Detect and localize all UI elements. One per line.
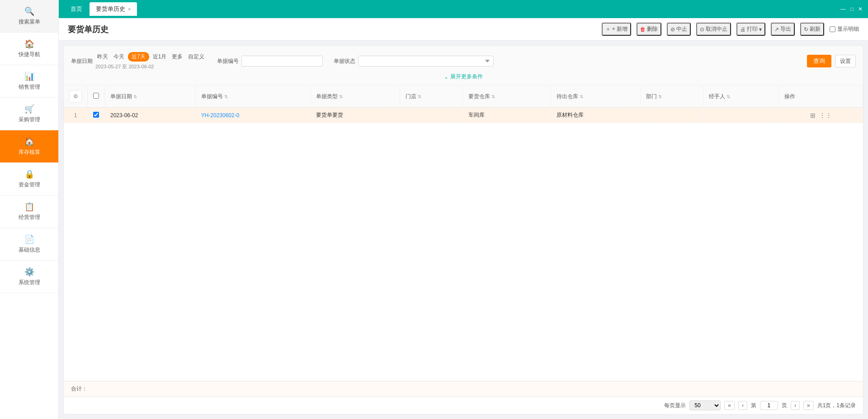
header-row: ⚙ 单据日期⇅ 单据编号⇅ 单据类型⇅ 门店⇅ 要货仓库⇅ 待出仓库⇅ 部门⇅ …	[64, 86, 863, 108]
new-icon: ＋	[605, 25, 611, 33]
sidebar-item-finance[interactable]: 🔒资金管理	[0, 163, 58, 195]
header-actions: ＋ + 新增 🗑 删除 ⊘ 中止 ⊙ 取消中止 🖨 打印 ▾ ↗	[602, 23, 859, 36]
cancel-stop-button[interactable]: ⊙ 取消中止	[696, 23, 731, 36]
inventory-icon: 🏠	[24, 137, 34, 147]
row-store-0	[400, 108, 462, 123]
sidebar-label-sales: 销售管理	[19, 83, 40, 91]
row-date-0: 2023-06-02	[105, 108, 196, 123]
page-number-input[interactable]	[760, 401, 778, 410]
status-filter: 单据状态	[334, 56, 796, 67]
sidebar-item-inventory[interactable]: 🏠库存核算	[0, 130, 58, 163]
sidebar-item-system[interactable]: ⚙️系统管理	[0, 261, 58, 293]
date-shortcut-2[interactable]: 近7天	[128, 52, 149, 62]
date-shortcut-4[interactable]: 更多	[170, 52, 184, 62]
print-button[interactable]: 🖨 打印 ▾	[736, 23, 765, 36]
sort-req-icon: ⇅	[491, 94, 495, 99]
row-number-link-0[interactable]: YH-20230602-0	[201, 112, 240, 119]
row-checkbox-0[interactable]	[93, 112, 99, 118]
per-page-label: 每页显示	[664, 402, 686, 409]
col-date: 单据日期⇅	[105, 86, 196, 108]
operation-icon: 📋	[24, 202, 34, 212]
sidebar-item-operation[interactable]: 📋经营管理	[0, 195, 58, 228]
minimize-button[interactable]: —	[840, 6, 846, 12]
page-header: 要货单历史 ＋ + 新增 🗑 删除 ⊘ 中止 ⊙ 取消中止 🖨 打印 ▾	[59, 18, 868, 41]
sidebar-item-basic[interactable]: 📄基础信息	[0, 228, 58, 261]
col-department: 部门⇅	[640, 86, 703, 108]
show-detail-checkbox-label[interactable]: 显示明细	[830, 25, 859, 33]
select-all-checkbox[interactable]	[93, 93, 99, 99]
col-checkbox	[88, 86, 105, 108]
delete-button[interactable]: 🗑 删除	[637, 23, 661, 36]
finance-icon: 🔒	[24, 169, 34, 179]
col-number: 单据编号⇅	[195, 86, 311, 108]
sort-store-icon: ⇅	[418, 94, 421, 99]
page-title: 要货单历史	[68, 24, 108, 35]
page-suffix: 页	[782, 402, 787, 409]
cancel-stop-icon: ⊙	[700, 26, 704, 33]
sidebar-item-shortcut[interactable]: 🏠快捷导航	[0, 33, 58, 65]
sidebar: 🔍搜索菜单🏠快捷导航📊销售管理🛒采购管理🏠库存核算🔒资金管理📋经营管理📄基础信息…	[0, 0, 59, 419]
sidebar-label-inventory: 库存核算	[19, 148, 40, 156]
sort-number-icon: ⇅	[224, 94, 228, 99]
date-shortcut-1[interactable]: 今天	[112, 52, 126, 62]
column-settings-button[interactable]: ⚙	[69, 90, 82, 103]
export-button[interactable]: ↗ 导出	[771, 23, 795, 36]
date-shortcut-3[interactable]: 近1月	[151, 52, 169, 62]
row-more-icon-0[interactable]: ⋮⋮	[819, 112, 832, 119]
col-req-warehouse: 要货仓库⇅	[463, 86, 551, 108]
status-select[interactable]	[358, 56, 494, 67]
refresh-button[interactable]: ↻ 刷新	[800, 23, 824, 36]
sort-dept-icon: ⇅	[658, 94, 662, 99]
prev-page-button[interactable]: ‹	[738, 401, 747, 410]
row-req-warehouse-0: 车间库	[463, 108, 551, 123]
sales-icon: 📊	[24, 71, 34, 81]
topbar-tab-home[interactable]: 首页	[64, 2, 89, 16]
filter-action-buttons: 查询 设置	[807, 55, 856, 67]
close-tab-history-icon[interactable]: ×	[128, 6, 131, 12]
sidebar-item-search[interactable]: 🔍搜索菜单	[0, 0, 58, 33]
sidebar-label-finance: 资金管理	[19, 181, 40, 189]
topbar-tab-history[interactable]: 要货单历史×	[90, 2, 137, 16]
total-info: 共1页，1条记录	[817, 402, 856, 409]
per-page-select[interactable]: 50 10 20 100	[689, 400, 721, 410]
content-area: 单据日期 昨天今天近7天近1月更多自定义2023-05-27 至 2023-06…	[63, 45, 863, 414]
date-shortcut-5[interactable]: 自定义	[186, 52, 206, 62]
new-button[interactable]: ＋ + 新增	[602, 23, 631, 36]
sidebar-item-purchase[interactable]: 🛒采购管理	[0, 98, 58, 130]
row-view-icon-0[interactable]: ⊞	[810, 112, 816, 119]
settings-button[interactable]: 设置	[835, 55, 856, 67]
date-shortcuts: 昨天今天近7天近1月更多自定义2023-05-27 至 2023-06-02	[95, 52, 206, 70]
status-label: 单据状态	[334, 57, 355, 65]
search-icon: 🔍	[24, 6, 34, 16]
refresh-icon: ↻	[804, 26, 808, 33]
sidebar-label-basic: 基础信息	[19, 246, 40, 254]
sort-handler-icon: ⇅	[726, 94, 730, 99]
row-checkbox-col-0	[88, 108, 105, 123]
print-icon: 🖨	[740, 26, 745, 33]
expand-more-button[interactable]: ⌄ 展开更多条件	[71, 70, 856, 81]
date-shortcut-0[interactable]: 昨天	[95, 52, 110, 62]
row-number-0: YH-20230602-0	[195, 108, 311, 123]
col-pending-warehouse: 待出仓库⇅	[551, 86, 640, 108]
row-type-0: 要货单要货	[311, 108, 400, 123]
sidebar-item-sales[interactable]: 📊销售管理	[0, 65, 58, 98]
export-icon: ↗	[774, 26, 779, 33]
system-icon: ⚙️	[24, 267, 34, 277]
next-page-button[interactable]: ›	[791, 401, 800, 410]
col-type: 单据类型⇅	[311, 86, 400, 108]
stop-button[interactable]: ⊘ 中止	[667, 23, 691, 36]
sort-type-icon: ⇅	[339, 94, 343, 99]
close-button[interactable]: ✕	[858, 6, 863, 12]
col-store: 门店⇅	[400, 86, 462, 108]
last-page-button[interactable]: »	[803, 401, 814, 410]
stop-icon: ⊘	[670, 26, 675, 33]
doc-number-input[interactable]	[241, 56, 323, 67]
delete-icon: 🗑	[640, 26, 646, 33]
query-button[interactable]: 查询	[807, 55, 831, 67]
date-range-text: 2023-05-27 至 2023-06-02	[95, 63, 206, 70]
sidebar-label-operation: 经营管理	[19, 214, 40, 221]
maximize-button[interactable]: □	[850, 6, 854, 12]
show-detail-checkbox[interactable]	[830, 26, 835, 32]
sidebar-label-shortcut: 快捷导航	[19, 51, 40, 58]
first-page-button[interactable]: «	[724, 401, 735, 410]
